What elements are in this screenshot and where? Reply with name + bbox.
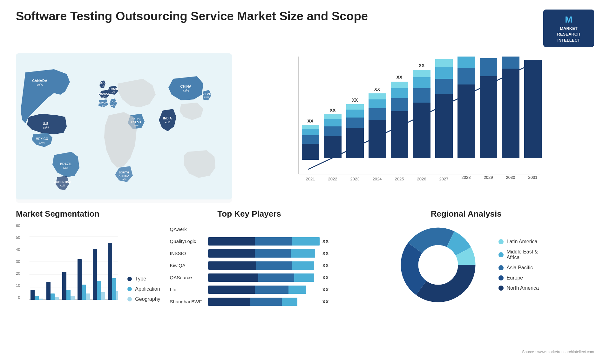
svg-text:CANADA: CANADA [32,79,47,83]
svg-rect-80 [458,68,475,84]
svg-rect-37 [302,144,319,160]
svg-text:FRANCE: FRANCE [98,92,110,95]
svg-text:xx%: xx% [102,96,106,98]
svg-text:ARGENTINA: ARGENTINA [54,180,71,184]
svg-text:xx%: xx% [100,85,105,88]
svg-rect-123 [112,278,116,300]
svg-rect-63 [391,88,408,98]
svg-text:2025: 2025 [395,177,404,181]
svg-rect-111 [66,290,71,300]
source-text: Source : www.marketresearchintellect.com [522,350,594,354]
regional-dot-middle-east [498,252,504,257]
svg-text:AFRICA: AFRICA [119,174,129,178]
svg-text:xx%: xx% [39,141,44,144]
svg-text:CHINA: CHINA [180,84,192,88]
logo-area: M MARKET RESEARCH INTELLECT [543,10,594,47]
segmentation-title: Market Segmentation [16,209,160,219]
svg-rect-49 [346,128,364,158]
segmentation-bars-svg: 2021 2022 2023 [29,224,118,300]
legend-item-geography: Geography [127,296,160,302]
svg-rect-83 [480,76,497,158]
svg-rect-67 [413,103,430,158]
regional-legend-latin-america: Latin America [498,239,539,245]
player-xx-shanghai: XX [322,299,329,304]
svg-text:xx%: xx% [165,121,170,124]
donut-chart-svg [394,224,489,306]
svg-rect-74 [435,79,453,94]
svg-rect-61 [391,111,408,158]
svg-text:2022: 2022 [328,177,337,181]
svg-rect-120 [101,292,105,300]
top-row: CANADA xx% U.S. xx% MEXICO xx% BRAZIL xx… [16,53,594,203]
player-name-qualitylogic: QualityLogic [170,239,205,244]
svg-text:2024: 2024 [373,177,382,181]
player-name-qawerk: QAwerk [170,226,205,232]
svg-rect-58 [369,93,386,99]
regional-dot-europe [498,275,504,280]
regional-legend: Latin America Middle East &Africa Asia P… [498,239,539,291]
player-bar-shanghai: XX [208,298,329,306]
svg-rect-81 [458,57,475,68]
regional-legend-north-america: North America [498,285,539,291]
y-label-0: 0 [18,295,20,300]
player-name-ltd: Ltd. [170,287,205,292]
players-title: Top Key Players [170,209,329,219]
logo-line1: MARKET [560,26,578,31]
svg-text:xx%: xx% [110,91,115,94]
player-bar-qasource: XX [208,273,329,282]
player-bar-inssio: XX [208,249,329,258]
player-row-qualitylogic: QualityLogic XX [170,237,329,246]
regional-legend-europe: Europe [498,275,539,281]
svg-text:2027: 2027 [439,177,449,181]
svg-rect-79 [458,84,475,158]
player-name-inssio: INSSIO [170,251,205,256]
legend-dot-application [127,287,132,291]
svg-rect-56 [369,108,386,120]
bar-chart-section: XX 2021 XX 2022 XX 2023 [241,53,594,203]
logo-letter: M [549,13,588,26]
svg-text:xx%: xx% [121,178,126,181]
player-xx-qualitylogic: XX [322,239,329,244]
svg-rect-107 [51,293,55,300]
y-label-20: 20 [16,271,20,276]
svg-text:2028: 2028 [462,175,471,180]
svg-text:xx%: xx% [183,89,189,92]
player-bar-ltd: XX [208,286,329,294]
svg-rect-64 [391,82,408,88]
svg-rect-108 [55,297,59,300]
svg-rect-116 [86,293,90,300]
world-map-section: CANADA xx% U.S. xx% MEXICO xx% BRAZIL xx… [16,53,232,203]
regional-label-latin-america: Latin America [507,239,538,245]
svg-text:U.S.: U.S. [43,122,49,125]
regional-label-asia-pacific: Asia Pacific [507,265,533,271]
logo-line3: INTELLECT [557,38,580,43]
svg-rect-119 [97,281,101,300]
logo-line2: RESEARCH [557,32,580,37]
player-row-qawerk: QAwerk [170,225,329,233]
svg-rect-39 [302,129,319,135]
regional-section: Regional Analysis [338,209,594,354]
svg-text:2029: 2029 [484,175,493,180]
svg-rect-69 [413,77,430,88]
regional-label-north-america: North America [507,285,539,291]
player-name-shanghai: Shanghai BWF [170,299,205,304]
regional-legend-middle-east: Middle East &Africa [498,249,539,260]
svg-rect-52 [346,104,364,110]
svg-text:XX: XX [374,87,380,92]
svg-rect-43 [324,136,342,158]
header: Software Testing Outsourcing Service Mar… [16,10,594,47]
svg-text:XX: XX [352,98,358,103]
regional-dot-asia-pacific [498,265,504,270]
svg-rect-124 [116,291,118,300]
svg-rect-75 [435,67,453,79]
svg-rect-86 [502,69,519,158]
regional-title: Regional Analysis [431,209,502,219]
svg-rect-114 [78,259,82,300]
legend-item-type: Type [127,276,160,282]
svg-text:xx%: xx% [111,104,115,107]
svg-text:XX: XX [308,118,314,124]
svg-text:xx%: xx% [43,126,49,130]
svg-text:2023: 2023 [350,177,360,181]
player-bar-kiwiqa: XX [208,261,329,270]
players-section: Top Key Players QAwerk QualityLogic [170,209,329,354]
